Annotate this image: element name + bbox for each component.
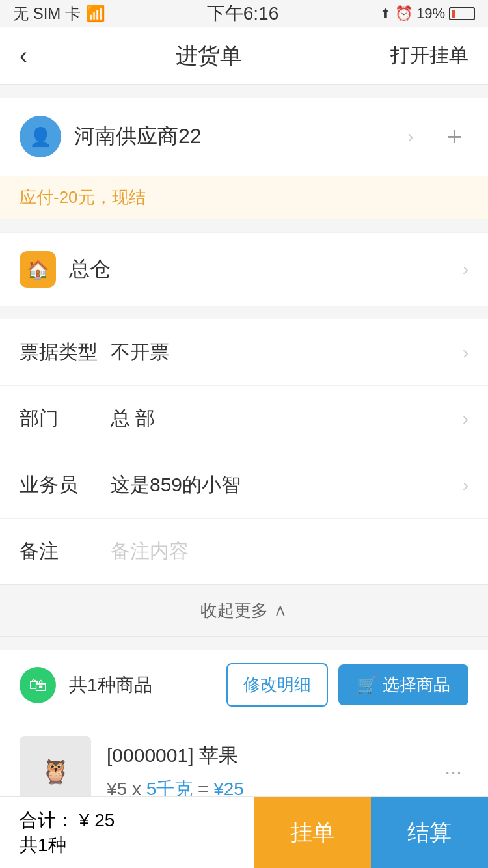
- warehouse-icon: 🏠: [20, 251, 56, 288]
- settle-button[interactable]: 结算: [371, 797, 488, 869]
- page-title: 进货单: [176, 41, 242, 71]
- supplier-card: 👤 河南供应商22 › + 应付-20元，现结: [0, 98, 488, 219]
- back-button[interactable]: ‹: [20, 42, 27, 70]
- wifi-icon: 📶: [86, 5, 105, 23]
- remark-row[interactable]: 备注 备注内容: [0, 518, 488, 584]
- department-label: 部门: [20, 405, 111, 432]
- section-gap-3: [0, 306, 488, 319]
- product-id: [0000001]: [107, 744, 193, 766]
- form-card: 票据类型 不开票 › 部门 总 部 › 业务员 这是859的小智 › 备注 备注…: [0, 319, 488, 584]
- section-gap-1: [0, 85, 488, 98]
- supplier-chevron-icon: ›: [407, 126, 413, 147]
- pending-button[interactable]: 挂单: [254, 797, 371, 869]
- location-icon: ⬆: [380, 6, 391, 21]
- supplier-name: 河南供应商22: [74, 122, 407, 151]
- supplier-avatar: 👤: [20, 116, 61, 157]
- footer-total: 合计： ¥ 25 共1种: [0, 808, 254, 858]
- equals-sign: =: [198, 779, 213, 799]
- battery-fill: [452, 10, 455, 18]
- salesman-value: 这是859的小智: [111, 472, 463, 498]
- collapse-button[interactable]: 收起更多 ∧: [0, 584, 488, 637]
- unit-price: ¥5: [107, 779, 127, 799]
- product-icon: 🛍: [20, 667, 56, 703]
- battery-bar: [449, 7, 475, 20]
- total-amount: ¥ 25: [79, 810, 115, 830]
- total-count: 共1种: [20, 833, 234, 858]
- salesman-chevron-icon: ›: [463, 475, 468, 496]
- invoice-type-value: 不开票: [111, 339, 463, 366]
- supplier-row[interactable]: 👤 河南供应商22 › +: [0, 98, 488, 176]
- add-supplier-button[interactable]: +: [441, 122, 468, 152]
- supplier-divider: [427, 120, 427, 153]
- status-right: ⬆ ⏰ 19%: [380, 5, 475, 22]
- product-header: 🛍 共1种商品 修改明细 🛒 选择商品: [0, 637, 488, 720]
- quantity: 5千克: [146, 779, 193, 799]
- alarm-icon: ⏰: [395, 5, 413, 22]
- edit-detail-button[interactable]: 修改明细: [226, 663, 328, 707]
- item-total: ¥25: [213, 779, 244, 799]
- warehouse-card: 🏠 总仓 ›: [0, 232, 488, 306]
- remark-input[interactable]: 备注内容: [111, 538, 468, 565]
- product-bag-icon: 🛍: [29, 674, 47, 696]
- department-value: 总 部: [111, 405, 463, 432]
- department-chevron-icon: ›: [463, 409, 468, 429]
- product-more-button[interactable]: ···: [438, 760, 468, 784]
- product-thumb-icon: 🦉: [41, 758, 70, 785]
- payment-notice: 应付-20元，现结: [0, 176, 488, 219]
- invoice-type-label: 票据类型: [20, 339, 111, 366]
- total-row: 合计： ¥ 25: [20, 808, 234, 833]
- battery-percent: 19%: [416, 5, 445, 22]
- select-product-label: 选择商品: [383, 673, 450, 696]
- select-product-button[interactable]: 🛒 选择商品: [338, 664, 468, 705]
- footer: 合计： ¥ 25 共1种 挂单 结算: [0, 796, 488, 868]
- remark-label: 备注: [20, 538, 111, 565]
- product-name: [0000001] 苹果: [107, 742, 438, 769]
- select-product-icon: 🛒: [357, 675, 377, 695]
- avatar-icon: 👤: [29, 126, 52, 148]
- product-info: [0000001] 苹果 ¥5 x 5千克 = ¥25: [107, 742, 438, 802]
- product-title: 苹果: [199, 744, 238, 766]
- warehouse-chevron-icon: ›: [463, 259, 468, 280]
- section-gap-2: [0, 219, 488, 232]
- open-pending-button[interactable]: 打开挂单: [390, 42, 468, 69]
- product-count-label: 共1种商品: [69, 673, 226, 698]
- status-left: 无 SIM 卡 📶: [13, 3, 105, 24]
- salesman-label: 业务员: [20, 472, 111, 498]
- status-time: 下午6:16: [207, 1, 279, 26]
- warehouse-row[interactable]: 🏠 总仓 ›: [0, 232, 488, 306]
- nav-bar: ‹ 进货单 打开挂单: [0, 27, 488, 85]
- department-row[interactable]: 部门 总 部 ›: [0, 385, 488, 452]
- carrier-label: 无 SIM 卡: [13, 3, 81, 24]
- invoice-type-row[interactable]: 票据类型 不开票 ›: [0, 319, 488, 385]
- salesman-row[interactable]: 业务员 这是859的小智 ›: [0, 452, 488, 518]
- price-x: x: [132, 779, 146, 799]
- invoice-type-chevron-icon: ›: [463, 342, 468, 363]
- total-label: 合计：: [20, 810, 74, 830]
- warehouse-name: 总仓: [69, 255, 463, 284]
- status-bar: 无 SIM 卡 📶 下午6:16 ⬆ ⏰ 19%: [0, 0, 488, 27]
